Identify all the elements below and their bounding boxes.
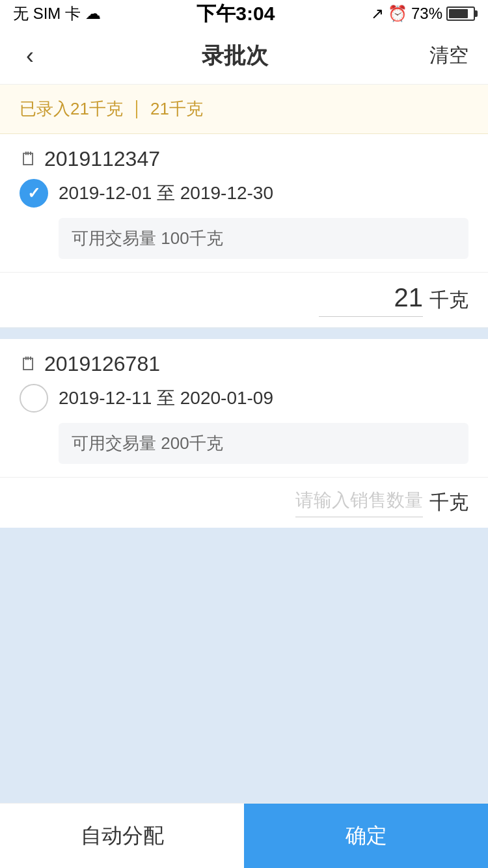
input-row-1: 21 千克 bbox=[0, 272, 488, 327]
confirm-button[interactable]: 确定 bbox=[244, 804, 488, 868]
status-time: 下午3:04 bbox=[197, 1, 275, 27]
batch-item-1: 🗒 2019112347 ✓ 2019-12-01 至 2019-12-30 可… bbox=[0, 134, 488, 327]
batch-id-header-2: 🗒 2019126781 bbox=[20, 352, 468, 376]
nav-bar: ‹ 录批次 清空 bbox=[0, 27, 488, 85]
no-sim-label: 无 SIM 卡 ☁ bbox=[13, 3, 101, 24]
input-row-2: 请输入销售数量 千克 bbox=[0, 477, 488, 528]
battery-icon bbox=[446, 7, 475, 21]
auto-distribute-button[interactable]: 自动分配 bbox=[0, 804, 244, 868]
recorded-value: 21千克 bbox=[150, 98, 203, 120]
batch-id-header-1: 🗒 2019112347 bbox=[20, 147, 468, 171]
qty-unit-2: 千克 bbox=[429, 489, 468, 516]
qty-unit-1: 千克 bbox=[429, 287, 468, 314]
location-icon: ↗ bbox=[371, 5, 384, 23]
radio-2[interactable] bbox=[20, 384, 48, 413]
content-area: 🗒 2019112347 ✓ 2019-12-01 至 2019-12-30 可… bbox=[0, 134, 488, 868]
batch-date-row-1: ✓ 2019-12-01 至 2019-12-30 bbox=[20, 179, 468, 208]
batch-id-icon-2: 🗒 bbox=[20, 353, 38, 375]
clear-button[interactable]: 清空 bbox=[429, 42, 468, 69]
recorded-label: 已录入21千克 bbox=[20, 98, 123, 120]
page-title: 录批次 bbox=[202, 41, 268, 71]
available-qty-2: 可用交易量 200千克 bbox=[59, 423, 468, 464]
status-right: ↗ ⏰ 73% bbox=[371, 5, 475, 23]
banner-divider bbox=[136, 100, 137, 118]
qty-input-1[interactable]: 21 bbox=[394, 283, 424, 312]
bottom-bar: 自动分配 确定 bbox=[0, 803, 488, 868]
qty-input-wrapper-2: 请输入销售数量 bbox=[295, 488, 423, 517]
batch-item-1-body: 🗒 2019112347 ✓ 2019-12-01 至 2019-12-30 可… bbox=[0, 134, 488, 272]
available-qty-unit-2: 200千克 bbox=[161, 433, 223, 453]
available-label-2: 可用交易量 bbox=[72, 433, 156, 453]
batch-item-2-body: 🗒 2019126781 2019-12-11 至 2020-01-09 可用交… bbox=[0, 339, 488, 477]
batch-id-2: 2019126781 bbox=[44, 352, 160, 376]
section-divider bbox=[0, 327, 488, 329]
batch-item-2: 🗒 2019126781 2019-12-11 至 2020-01-09 可用交… bbox=[0, 339, 488, 528]
batch-date-2: 2019-12-11 至 2020-01-09 bbox=[59, 386, 273, 411]
batch-id-icon-1: 🗒 bbox=[20, 148, 38, 170]
alarm-icon: ⏰ bbox=[388, 5, 407, 23]
status-left: 无 SIM 卡 ☁ bbox=[13, 3, 101, 24]
info-banner: 已录入21千克 21千克 bbox=[0, 85, 488, 134]
qty-input-placeholder-2: 请输入销售数量 bbox=[295, 490, 423, 510]
battery-percent: 73% bbox=[411, 5, 442, 23]
available-label-1: 可用交易量 bbox=[72, 228, 156, 248]
available-qty-1: 可用交易量 100千克 bbox=[59, 218, 468, 259]
batch-date-row-2: 2019-12-11 至 2020-01-09 bbox=[20, 384, 468, 413]
status-bar: 无 SIM 卡 ☁ 下午3:04 ↗ ⏰ 73% bbox=[0, 0, 488, 27]
check-icon-1: ✓ bbox=[27, 184, 40, 202]
batch-date-1: 2019-12-01 至 2019-12-30 bbox=[59, 181, 273, 206]
available-qty-unit-1: 100千克 bbox=[161, 228, 223, 248]
back-button[interactable]: ‹ bbox=[20, 36, 40, 76]
bottom-spacer bbox=[0, 528, 488, 788]
qty-input-wrapper-1: 21 bbox=[319, 283, 423, 317]
batch-id-1: 2019112347 bbox=[44, 147, 160, 171]
radio-1[interactable]: ✓ bbox=[20, 179, 48, 208]
